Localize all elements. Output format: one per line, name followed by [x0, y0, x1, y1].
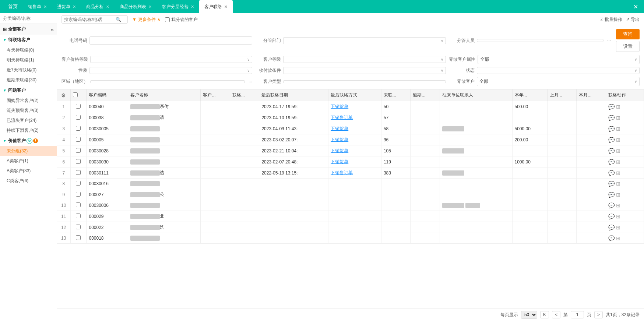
nav-tab-product-analysis[interactable]: 商品分析 ✕: [81, 0, 115, 13]
sidebar-item-a-class[interactable]: A类客户(1): [0, 156, 57, 166]
method-link[interactable]: 下销货单: [331, 137, 348, 142]
close-icon[interactable]: ✕: [191, 4, 194, 9]
grid-icon[interactable]: ⊞: [616, 181, 620, 187]
row-checkbox[interactable]: [70, 145, 87, 156]
row-checkbox[interactable]: [70, 233, 87, 244]
last-contact-method[interactable]: 下销货单: [328, 134, 381, 145]
price-level-select[interactable]: ∨: [90, 56, 252, 63]
search-icon[interactable]: 🔍: [116, 17, 121, 22]
message-icon[interactable]: 💬: [608, 214, 615, 219]
region-select[interactable]: [90, 80, 245, 83]
gender-select[interactable]: ∨: [89, 67, 252, 74]
row-checkbox[interactable]: [70, 156, 87, 167]
grid-icon[interactable]: ⊞: [616, 126, 620, 132]
close-icon[interactable]: ✕: [224, 4, 228, 9]
select-all-checkbox[interactable]: [73, 92, 78, 97]
nav-tab-product-list[interactable]: 商品分析列表 ✕: [115, 0, 157, 13]
nav-tab-sales[interactable]: 销售单 ✕: [23, 0, 52, 13]
last-contact-method[interactable]: 下销货单: [328, 145, 381, 156]
row-checkbox[interactable]: [70, 189, 87, 200]
retail-attr-select[interactable]: 全部 ∨: [478, 55, 640, 64]
person-select[interactable]: [477, 39, 603, 42]
nav-home[interactable]: 首页: [3, 3, 23, 10]
more-icon[interactable]: ···: [249, 79, 252, 84]
sidebar-item-ungroup[interactable]: 未分组(32): [0, 146, 57, 156]
phone-input[interactable]: [89, 36, 252, 45]
payment-select[interactable]: ∨: [283, 67, 446, 74]
row-check[interactable]: [76, 159, 81, 164]
sidebar-item-7days[interactable]: 近7天待联络(0): [0, 65, 57, 75]
message-icon[interactable]: 💬: [608, 235, 615, 241]
message-icon[interactable]: 💬: [608, 170, 615, 176]
reset-button[interactable]: 设置: [616, 41, 640, 52]
checkbox-th[interactable]: [70, 89, 87, 101]
last-contact-method[interactable]: 下销货单: [328, 156, 381, 167]
row-check[interactable]: [76, 104, 81, 109]
row-check[interactable]: [76, 235, 81, 240]
grid-icon[interactable]: ⊞: [616, 225, 620, 230]
row-check[interactable]: [76, 115, 81, 120]
message-icon[interactable]: 💬: [608, 225, 615, 230]
last-contact-method[interactable]: 下销货单: [328, 101, 381, 112]
row-check[interactable]: [76, 202, 81, 207]
row-check[interactable]: [76, 181, 81, 186]
query-button[interactable]: 查询: [616, 29, 640, 39]
row-check[interactable]: [76, 225, 81, 229]
row-checkbox[interactable]: [70, 134, 87, 145]
row-checkbox[interactable]: [70, 123, 87, 134]
grid-icon[interactable]: ⊞: [616, 192, 620, 198]
row-checkbox[interactable]: [70, 101, 87, 112]
last-contact-method[interactable]: 下销售订单: [328, 112, 381, 123]
batch-ops-btn[interactable]: ☑ 批量操作: [599, 17, 622, 23]
sidebar-item-today[interactable]: 今天待联络(0): [0, 45, 57, 55]
prev-page-btn[interactable]: <: [552, 311, 560, 318]
my-customers-check[interactable]: [165, 17, 170, 22]
close-icon[interactable]: ✕: [148, 4, 152, 9]
sidebar-item-abnormal[interactable]: 囤购异常客户(2): [0, 96, 57, 106]
sidebar-item-overdue[interactable]: 逾期未联络(30): [0, 75, 57, 85]
row-checkbox[interactable]: [70, 179, 87, 189]
customer-level-select[interactable]: ∨: [283, 56, 446, 63]
first-page-btn[interactable]: K: [540, 311, 549, 318]
main-search-input[interactable]: [64, 17, 116, 22]
message-icon[interactable]: 💬: [608, 115, 615, 121]
page-size-select[interactable]: 50: [521, 311, 537, 319]
message-icon[interactable]: 💬: [608, 202, 615, 208]
row-check[interactable]: [76, 170, 81, 175]
settings-icon[interactable]: ⚙: [61, 92, 66, 98]
method-link[interactable]: 下销售订单: [331, 115, 353, 120]
sidebar-item-tomorrow[interactable]: 明天待联络(1): [0, 55, 57, 65]
sidebar-item-lost[interactable]: 已流失客户(24): [0, 116, 57, 126]
row-checkbox[interactable]: [70, 200, 87, 211]
more-icon[interactable]: ···: [607, 38, 611, 43]
row-checkbox[interactable]: [70, 222, 87, 233]
sidebar-item-c-class[interactable]: C类客户(6): [0, 176, 57, 186]
value-group-header[interactable]: ▼ 价值客户 ↻ !: [0, 135, 57, 146]
next-page-btn[interactable]: >: [594, 311, 603, 318]
nav-tab-customer-tier[interactable]: 客户分层经营 ✕: [157, 0, 199, 13]
my-customers-checkbox[interactable]: 我分管的客户: [165, 17, 198, 23]
status-select[interactable]: ∨: [477, 67, 640, 74]
grid-icon[interactable]: ⊞: [616, 104, 620, 110]
export-btn[interactable]: ↗ 导出: [626, 17, 640, 23]
method-link[interactable]: 下销货单: [331, 159, 348, 164]
message-icon[interactable]: 💬: [608, 137, 615, 143]
close-icon[interactable]: ✕: [73, 4, 76, 9]
sidebar-item-declining[interactable]: 持续下滑客户(2): [0, 126, 57, 135]
nav-tab-customer-contact[interactable]: 客户联络 ✕: [199, 0, 233, 13]
close-icon[interactable]: ✕: [106, 4, 109, 9]
message-icon[interactable]: 💬: [608, 192, 615, 198]
sidebar-search-input[interactable]: [3, 16, 57, 21]
method-link[interactable]: 下销货单: [331, 148, 348, 153]
grid-icon[interactable]: ⊞: [616, 170, 620, 176]
method-link[interactable]: 下销货单: [331, 104, 348, 109]
message-icon[interactable]: 💬: [608, 148, 615, 154]
message-icon[interactable]: 💬: [608, 126, 615, 132]
grid-icon[interactable]: ⊞: [616, 202, 620, 208]
sidebar-item-warning[interactable]: 流失预警客户(3): [0, 106, 57, 116]
grid-icon[interactable]: ⊞: [616, 214, 620, 219]
retail-customer-select[interactable]: 全部 ∨: [477, 77, 640, 86]
message-icon[interactable]: 💬: [608, 159, 615, 165]
customer-type-select[interactable]: [283, 80, 446, 83]
all-customers-header[interactable]: ⊞ 全部客户 «: [0, 24, 57, 35]
